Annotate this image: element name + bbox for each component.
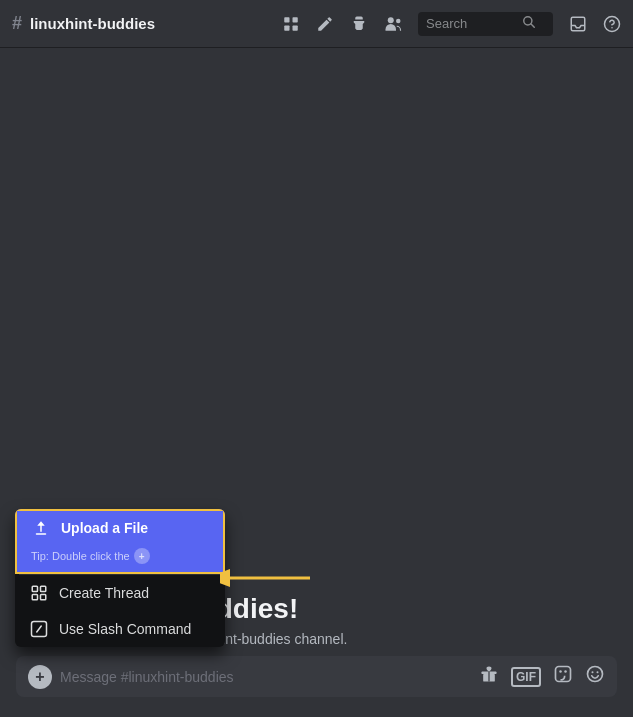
tip-plus-icon: + <box>134 548 150 564</box>
channel-name: linuxhint-buddies <box>30 15 155 32</box>
emoji-icon[interactable] <box>585 664 605 689</box>
svg-rect-2 <box>284 25 289 30</box>
message-actions: GIF <box>479 664 605 689</box>
header-hash-icon: # <box>12 13 22 34</box>
svg-point-24 <box>564 670 567 673</box>
svg-rect-17 <box>41 595 46 600</box>
upload-file-menu-item[interactable]: Upload a File Tip: Double click the + <box>15 509 225 574</box>
svg-line-7 <box>531 24 534 27</box>
upload-file-label: Upload a File <box>61 520 148 536</box>
slash-command-label: Use Slash Command <box>59 621 191 637</box>
upload-tip: Tip: Double click the + <box>31 548 150 564</box>
header-icons <box>282 12 621 36</box>
svg-rect-1 <box>293 17 298 22</box>
pin-icon[interactable] <box>350 15 368 33</box>
message-plus-button[interactable]: + <box>28 665 52 689</box>
members-icon[interactable] <box>384 15 402 33</box>
thread-icon <box>29 584 49 602</box>
svg-point-25 <box>588 667 603 682</box>
gift-icon[interactable] <box>479 664 499 689</box>
svg-rect-16 <box>32 595 37 600</box>
create-thread-label: Create Thread <box>59 585 149 601</box>
search-bar[interactable] <box>418 12 553 36</box>
context-menu: Upload a File Tip: Double click the + <box>15 509 225 647</box>
create-thread-menu-item[interactable]: Create Thread <box>15 575 225 611</box>
search-input[interactable] <box>426 16 516 31</box>
inbox-icon[interactable] <box>569 15 587 33</box>
svg-rect-13 <box>36 533 47 535</box>
chat-area: # #linuxhint-buddies! This is the start … <box>0 48 633 717</box>
slash-icon <box>29 620 49 638</box>
svg-point-27 <box>597 671 599 673</box>
search-icon <box>522 15 536 32</box>
svg-rect-8 <box>571 17 585 31</box>
threads-icon[interactable] <box>282 15 300 33</box>
yellow-arrow-annotation <box>220 558 320 602</box>
svg-rect-0 <box>284 17 289 22</box>
sticker-icon[interactable] <box>553 664 573 689</box>
svg-point-5 <box>396 18 401 23</box>
edit-icon[interactable] <box>316 15 334 33</box>
message-input[interactable] <box>60 669 471 685</box>
slash-command-menu-item[interactable]: Use Slash Command <box>15 611 225 647</box>
svg-rect-15 <box>41 586 46 591</box>
svg-point-4 <box>388 17 394 23</box>
svg-point-10 <box>611 27 613 29</box>
upload-icon <box>31 519 51 537</box>
svg-point-23 <box>559 670 562 673</box>
svg-point-26 <box>592 671 594 673</box>
svg-rect-3 <box>293 25 298 30</box>
gif-icon[interactable]: GIF <box>511 667 541 687</box>
main-content: # #linuxhint-buddies! This is the start … <box>0 48 633 717</box>
message-input-area: + GIF <box>16 656 617 697</box>
svg-rect-14 <box>32 586 37 591</box>
help-icon[interactable] <box>603 15 621 33</box>
header: # linuxhint-buddies <box>0 0 633 48</box>
